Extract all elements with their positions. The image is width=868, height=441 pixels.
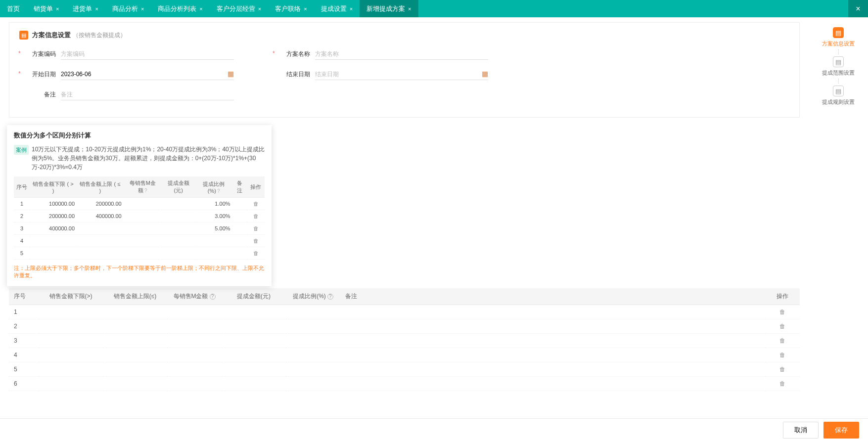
end-date-label: 结束日期	[274, 70, 310, 79]
delete-icon[interactable]: 🗑	[779, 366, 785, 373]
tab-customer-contact[interactable]: 客户联络×	[268, 0, 314, 17]
help-icon[interactable]: ?	[210, 294, 216, 300]
close-icon[interactable]: ×	[56, 6, 59, 12]
delete-icon[interactable]: 🗑	[779, 352, 785, 358]
table-row[interactable]: 6🗑	[9, 377, 800, 391]
col-ratio: 提成比例(%)?	[286, 288, 340, 305]
close-icon[interactable]: ×	[408, 6, 411, 12]
panel-subtitle: （按销售金额提成）	[73, 31, 126, 40]
col-amount: 提成金额(元)	[222, 288, 286, 305]
tab-new-commission-plan[interactable]: 新增提成方案×	[360, 0, 418, 17]
col-lower: 销售金额下限(>)	[39, 288, 103, 305]
commission-rule-table: 序号 销售金额下限(>) 销售金额上限(≤) 每销售M金额? 提成金额(元) 提…	[9, 288, 800, 391]
tab-product-analysis[interactable]: 商品分析×	[105, 0, 151, 17]
col-per-m: 每销售M金额?	[167, 288, 222, 305]
delete-icon[interactable]: 🗑	[253, 201, 259, 207]
plan-name-input[interactable]	[315, 48, 488, 60]
tab-customer-segment[interactable]: 客户分层经营×	[210, 0, 268, 17]
end-date-input[interactable]	[315, 69, 488, 80]
table-row[interactable]: 3🗑	[9, 334, 800, 348]
step-scope-setting[interactable]: ▤ 提成范围设置	[822, 56, 855, 77]
col-seq: 序号	[9, 288, 39, 305]
step-plan-info[interactable]: ▤ 方案信息设置	[822, 27, 855, 47]
tooltip-example-table: 序号 销售金额下限 ( > ) 销售金额上限 ( ≤ ) 每销售M金额? 提成金…	[14, 176, 265, 260]
delete-icon[interactable]: 🗑	[779, 309, 785, 315]
col-op: 操作	[765, 288, 800, 305]
tooltip-note: 注：上限必须大于下限；多个阶梯时，下一个阶梯下限要等于前一阶梯上限；不同行之间下…	[14, 265, 265, 279]
close-all-tabs-button[interactable]: ×	[848, 0, 868, 17]
plan-code-input[interactable]	[61, 48, 234, 60]
delete-icon[interactable]: 🗑	[253, 213, 259, 219]
close-icon[interactable]: ×	[304, 6, 307, 12]
delete-icon[interactable]: 🗑	[779, 323, 785, 330]
step-icon: ▤	[833, 56, 844, 67]
example-text: 10万元以下无提成；10-20万元提成比例为1%；20-40万提成比例为3%；4…	[32, 145, 265, 172]
help-icon[interactable]: ?	[327, 294, 333, 300]
start-date-input[interactable]	[61, 69, 234, 80]
col-upper: 销售金额上限(≤)	[103, 288, 167, 305]
col-remark: 备注	[340, 288, 765, 305]
delete-icon[interactable]: 🗑	[253, 238, 259, 244]
close-icon[interactable]: ×	[258, 6, 261, 12]
delete-icon[interactable]: 🗑	[253, 225, 259, 231]
remark-label: 备注	[19, 90, 56, 99]
step-icon: ▤	[833, 27, 844, 38]
tab-product-analysis-list[interactable]: 商品分析列表×	[151, 0, 209, 17]
start-date-label: 开始日期	[19, 70, 56, 79]
close-icon[interactable]: ×	[350, 6, 353, 12]
steps-side-nav: ▤ 方案信息设置 ▤ 提成范围设置 ▤ 提成规则设置	[809, 17, 868, 421]
step-icon: ▤	[833, 86, 844, 96]
top-tab-bar: 首页 销货单× 进货单× 商品分析× 商品分析列表× 客户分层经营× 客户联络×…	[0, 0, 868, 17]
panel-icon: ▤	[19, 31, 28, 40]
table-row[interactable]: 5🗑	[9, 362, 800, 377]
table-row[interactable]: 1🗑	[9, 305, 800, 319]
tab-home[interactable]: 首页	[0, 0, 27, 17]
table-row: 1100000.00200000.001.00%🗑	[14, 198, 265, 210]
table-row: 2200000.00400000.003.00%🗑	[14, 210, 265, 222]
interval-excess-tooltip: 数值分为多个区间分别计算 案例 10万元以下无提成；10-20万元提成比例为1%…	[7, 125, 272, 286]
table-row: 3400000.005.00%🗑	[14, 222, 265, 235]
close-icon[interactable]: ×	[199, 6, 202, 12]
close-icon[interactable]: ×	[95, 6, 98, 12]
page-footer: 取消 保存	[0, 418, 868, 421]
panel-title: 方案信息设置	[32, 31, 71, 40]
remark-input[interactable]	[61, 89, 234, 100]
plan-name-label: 方案名称	[274, 50, 310, 58]
step-rule-setting[interactable]: ▤ 提成规则设置	[822, 86, 855, 106]
delete-icon[interactable]: 🗑	[779, 337, 785, 344]
close-icon[interactable]: ×	[141, 6, 144, 12]
table-row[interactable]: 4🗑	[9, 348, 800, 362]
tab-purchase-order[interactable]: 进货单×	[66, 0, 105, 17]
tab-commission-setting[interactable]: 提成设置×	[314, 0, 360, 17]
delete-icon[interactable]: 🗑	[779, 380, 785, 387]
table-row[interactable]: 2🗑	[9, 319, 800, 334]
tooltip-title: 数值分为多个区间分别计算	[14, 131, 265, 140]
table-row: 4🗑	[14, 235, 265, 247]
tab-sales-order[interactable]: 销货单×	[27, 0, 66, 17]
table-row: 5🗑	[14, 247, 265, 260]
delete-icon[interactable]: 🗑	[253, 250, 259, 256]
plan-code-label: 方案编码	[19, 50, 56, 58]
example-tag: 案例	[14, 145, 29, 155]
plan-info-panel: ▤ 方案信息设置 （按销售金额提成） 方案编码 方案名称 开始日期	[9, 22, 800, 118]
